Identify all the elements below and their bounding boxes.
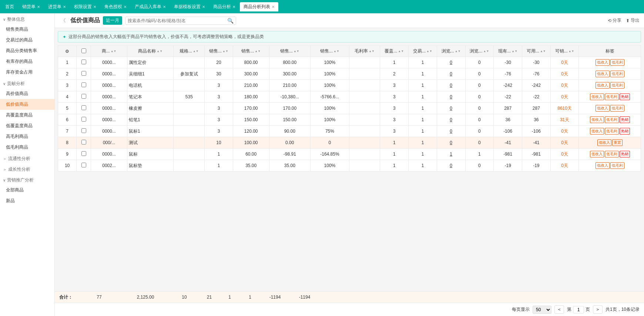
per-page-select[interactable]: 50 100 200 [533, 306, 551, 314]
sidebar-item-with-stock[interactable]: 有库存的商品 [0, 56, 54, 67]
sidebar-item-low-coverage[interactable]: 低覆盖度商品 [0, 120, 54, 131]
col-header-sales-qty[interactable]: 销售... ▲▼ [205, 46, 233, 57]
col-header-settings[interactable]: ⚙ [58, 46, 77, 57]
sidebar-item-low-value[interactable]: 低价值商品 [0, 99, 54, 110]
browse1-link[interactable]: 0 [450, 129, 452, 134]
row-checkbox[interactable] [81, 163, 86, 167]
nav-tab-purchase[interactable]: 进货单 ✕ [44, 2, 70, 11]
row-checkbox[interactable] [81, 94, 86, 99]
sidebar-item-low-margin[interactable]: 低毛利商品 [0, 142, 54, 153]
browse1-link[interactable]: 0 [450, 71, 452, 77]
row-browse1[interactable]: 0 [437, 91, 465, 103]
row-checkbox[interactable] [81, 71, 86, 76]
nav-tab-home[interactable]: 首页 [1, 2, 18, 11]
browse1-link[interactable]: 1 [450, 152, 452, 157]
sidebar-section-growth[interactable]: ＞ 成长性分析 [0, 163, 54, 174]
row-browse1[interactable]: 0 [437, 57, 465, 68]
sidebar-section-marketing[interactable]: ∨ 营销推广分析 [0, 174, 54, 185]
row-checkbox[interactable] [81, 105, 86, 110]
row-checkbox[interactable] [81, 60, 86, 64]
browse1-link[interactable]: 0 [450, 163, 452, 168]
nav-tab-permission[interactable]: 权限设置 ✕ [70, 2, 100, 11]
col-header-code[interactable]: 商... ▲▼ [91, 46, 127, 57]
row-checkbox-cell[interactable] [77, 114, 91, 126]
next-page-button[interactable]: ＞ [593, 305, 603, 314]
nav-tab-analysis[interactable]: 商品分析 ✕ [209, 2, 239, 11]
browse1-link[interactable]: 0 [450, 140, 452, 145]
row-checkbox[interactable] [81, 128, 86, 133]
browse1-link[interactable]: 0 [450, 94, 452, 99]
close-icon[interactable]: ✕ [63, 5, 66, 9]
close-icon[interactable]: ✕ [202, 5, 205, 9]
sidebar-item-category-rate[interactable]: 商品分类销售率 [0, 45, 54, 56]
sidebar-item-stock-capital[interactable]: 库存资金占用 [0, 67, 54, 78]
col-header-avail[interactable]: 可用... ▲▼ [522, 46, 551, 57]
col-header-browse1[interactable]: 浏览... ▲▼ [437, 46, 465, 57]
col-header-sales-amt[interactable]: 销售... ▲▼ [233, 46, 269, 57]
nav-tab-sales[interactable]: 销货单 ✕ [19, 2, 44, 11]
close-icon[interactable]: ✕ [232, 5, 235, 9]
close-icon[interactable]: ✕ [272, 5, 275, 9]
prev-page-button[interactable]: ＜ [554, 305, 564, 314]
sidebar-section-overall[interactable]: ∨ 整体信息 [0, 13, 54, 24]
col-header-name[interactable]: 商品名称 ▲▼ [127, 46, 174, 57]
browse1-link[interactable]: 0 [450, 83, 452, 88]
row-checkbox-cell[interactable] [77, 57, 91, 68]
search-icon[interactable]: 🔍 [227, 18, 234, 24]
row-checkbox-cell[interactable] [77, 68, 91, 80]
row-browse1[interactable]: 1 [437, 149, 465, 160]
period-button[interactable]: 近一月 [103, 16, 122, 25]
col-header-sales3[interactable]: 销售... ▲▼ [311, 46, 349, 57]
browse1-link[interactable]: 0 [450, 106, 452, 111]
sidebar-section-liquidity[interactable]: ＞ 流通性分析 [0, 153, 54, 163]
nav-tab-role[interactable]: 角色授权 ✕ [101, 2, 130, 11]
share-button[interactable]: ⟲ 分享 [608, 17, 621, 24]
col-header-tag[interactable]: 标签 [579, 46, 641, 57]
row-checkbox[interactable] [81, 151, 86, 156]
col-header-check[interactable] [77, 46, 91, 57]
row-checkbox-cell[interactable] [77, 137, 91, 149]
table-container[interactable]: ⚙ 商... ▲▼ 商品名称 [55, 45, 644, 288]
col-header-cover[interactable]: 覆盖... ▲▼ [380, 46, 409, 57]
row-checkbox[interactable] [81, 117, 86, 122]
row-checkbox-cell[interactable] [77, 126, 91, 137]
col-header-spec[interactable]: 规格... ▲▼ [174, 46, 205, 57]
browse1-link[interactable]: 0 [450, 117, 452, 122]
collapse-sidebar-button[interactable]: 《 [59, 17, 67, 25]
row-checkbox-cell[interactable] [77, 80, 91, 91]
row-browse1[interactable]: 0 [437, 68, 465, 80]
col-header-gross[interactable]: 毛利率 ▲▼ [349, 46, 380, 57]
sidebar-item-high-coverage[interactable]: 高覆盖度商品 [0, 110, 54, 120]
select-all-checkbox[interactable] [81, 48, 86, 53]
sidebar-item-high-margin[interactable]: 高毛利商品 [0, 131, 54, 142]
search-input[interactable] [128, 18, 227, 23]
col-header-sell[interactable]: 可销... ▲▼ [550, 46, 579, 57]
row-browse1[interactable]: 0 [437, 160, 465, 171]
row-checkbox[interactable] [81, 82, 86, 87]
col-header-sales2[interactable]: 销售... ▲▼ [269, 46, 311, 57]
horizontal-scrollbar[interactable] [58, 288, 641, 291]
nav-tab-analysis-list[interactable]: 商品分析列表 ✕ [240, 2, 278, 11]
close-icon[interactable]: ✕ [124, 5, 127, 9]
row-browse1[interactable]: 0 [437, 126, 465, 137]
sidebar-item-new-products[interactable]: 新品 [0, 196, 54, 206]
export-button[interactable]: ⬆ 导出 [626, 17, 640, 24]
sidebar-item-sales-products[interactable]: 销售类商品 [0, 24, 54, 35]
row-browse1[interactable]: 0 [437, 80, 465, 91]
close-icon[interactable]: ✕ [163, 5, 166, 9]
close-icon[interactable]: ✕ [37, 5, 40, 9]
nav-tab-warehouse[interactable]: 产成品入库单 ✕ [131, 2, 170, 11]
close-icon[interactable]: ✕ [93, 5, 96, 9]
row-checkbox-cell[interactable] [77, 160, 91, 171]
sidebar-item-high-value[interactable]: 高价值商品 [0, 88, 54, 99]
row-browse1[interactable]: 0 [437, 137, 465, 149]
browse1-link[interactable]: 0 [450, 60, 452, 65]
sidebar-section-contribution[interactable]: ∨ 贡献分析 [0, 78, 54, 88]
col-header-trade[interactable]: 交易... ▲▼ [409, 46, 437, 57]
row-checkbox-cell[interactable] [77, 91, 91, 103]
row-browse1[interactable]: 0 [437, 103, 465, 114]
sidebar-item-traded[interactable]: 交易过的商品 [0, 35, 54, 45]
row-checkbox-cell[interactable] [77, 149, 91, 160]
col-header-stock[interactable]: 现有... ▲▼ [494, 46, 522, 57]
row-checkbox-cell[interactable] [77, 103, 91, 114]
